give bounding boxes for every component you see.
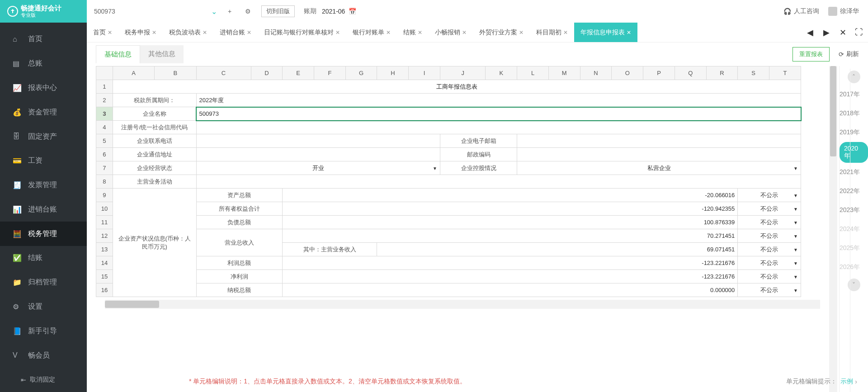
switch-old-version-button[interactable]: 切到旧版 — [261, 5, 295, 17]
unpin-button[interactable]: ⇤取消固定 — [0, 368, 87, 392]
sidebar-item-vip[interactable]: V畅会员 — [0, 343, 87, 368]
col-header-G[interactable]: G — [345, 66, 377, 80]
row-header-1[interactable]: 1 — [96, 80, 113, 94]
sidebar-item-invoice[interactable]: 🧾发票管理 — [0, 173, 87, 198]
sidebar-item-home[interactable]: ⌂首页 — [0, 27, 87, 52]
col-header-L[interactable]: L — [517, 66, 549, 80]
postcode-cell[interactable] — [517, 148, 801, 161]
tab-科目期初[interactable]: 科目期初✕ — [530, 23, 574, 42]
row-header-13[interactable]: 13 — [96, 243, 113, 256]
email-cell[interactable] — [517, 134, 801, 148]
tab-税务申报[interactable]: 税务申报✕ — [118, 23, 163, 42]
row-header-5[interactable]: 5 — [96, 134, 113, 148]
col-header-C[interactable]: C — [196, 66, 251, 80]
row-header-11[interactable]: 11 — [96, 216, 113, 229]
sidebar-item-salary[interactable]: 💳工资 — [0, 149, 87, 173]
fin-value-cell[interactable]: 70.271451 — [283, 229, 738, 243]
tab-close-icon[interactable]: ✕ — [247, 29, 251, 36]
add-button[interactable]: + — [224, 6, 235, 17]
tab-税负波动表[interactable]: 税负波动表✕ — [163, 23, 213, 42]
settings-icon[interactable]: ⚙ — [242, 6, 253, 17]
holding-select[interactable]: 私营企业▼ — [517, 161, 801, 175]
sidebar-item-settings[interactable]: ⚙设置 — [0, 295, 87, 319]
subtab-其他信息[interactable]: 其他信息 — [140, 45, 184, 63]
sidebar-item-funds[interactable]: 💰资金管理 — [0, 100, 87, 124]
publish-select[interactable]: 不公示▼ — [738, 283, 801, 297]
sidebar-item-ledger[interactable]: ▤总账 — [0, 52, 87, 76]
publish-select[interactable]: 不公示▼ — [738, 270, 801, 283]
col-header-F[interactable]: F — [314, 66, 346, 80]
tab-scroll-left-button[interactable]: ◀ — [803, 25, 817, 40]
sidebar-item-archive[interactable]: 📁归档管理 — [0, 270, 87, 295]
row-header-8[interactable]: 8 — [96, 175, 113, 189]
tab-close-icon[interactable]: ✕ — [563, 29, 568, 36]
row-header-2[interactable]: 2 — [96, 94, 113, 107]
company-selector[interactable]: 500973 ⌄ — [94, 7, 221, 16]
sidebar-item-close[interactable]: ✅结账 — [0, 246, 87, 270]
row-header-15[interactable]: 15 — [96, 270, 113, 283]
sidebar-item-assets[interactable]: 🗄固定资产 — [0, 124, 87, 149]
select-all-cell[interactable] — [96, 66, 113, 80]
fin-value-cell[interactable]: 100.876339 — [283, 216, 738, 229]
col-header-H[interactable]: H — [377, 66, 409, 80]
fullscreen-button[interactable]: ⛶ — [852, 25, 866, 40]
row-header-7[interactable]: 7 — [96, 161, 113, 175]
sidebar-item-reports[interactable]: 📈报表中心 — [0, 76, 87, 100]
tab-close-icon[interactable]: ✕ — [519, 29, 524, 36]
tab-年报信息申报表[interactable]: 年报信息申报表✕ — [574, 23, 637, 42]
col-header-N[interactable]: N — [580, 66, 612, 80]
row-header-4[interactable]: 4 — [96, 121, 113, 134]
row-header-12[interactable]: 12 — [96, 229, 113, 243]
sidebar-item-psi[interactable]: 📊进销台账 — [0, 197, 87, 222]
sidebar-item-tax[interactable]: 🧮税务管理 — [0, 222, 87, 246]
row-header-16[interactable]: 16 — [96, 283, 113, 297]
tab-银行对账单[interactable]: 银行对账单✕ — [346, 23, 397, 42]
tab-close-icon[interactable]: ✕ — [152, 29, 156, 36]
horizontal-scrollbar[interactable] — [105, 300, 820, 309]
support-link[interactable]: 🎧 人工咨询 — [783, 7, 819, 15]
row-header-10[interactable]: 10 — [96, 202, 113, 216]
col-header-T[interactable]: T — [769, 66, 801, 80]
phone-cell[interactable] — [196, 134, 440, 148]
col-header-I[interactable]: I — [409, 66, 440, 80]
biz-status-select[interactable]: 开业▼ — [196, 161, 440, 175]
address-cell[interactable] — [196, 148, 440, 161]
col-header-R[interactable]: R — [706, 66, 738, 80]
calendar-icon[interactable]: 📅 — [349, 8, 356, 15]
vertical-scrollbar[interactable] — [829, 66, 837, 392]
fin-value-cell[interactable]: -123.221676 — [283, 270, 738, 283]
fin-value-cell[interactable]: 69.071451 — [377, 243, 738, 256]
row-header-14[interactable]: 14 — [96, 256, 113, 270]
tab-close-icon[interactable]: ✕ — [386, 29, 391, 36]
col-header-O[interactable]: O — [612, 66, 643, 80]
col-header-E[interactable]: E — [283, 66, 314, 80]
tab-close-icon[interactable]: ✕ — [418, 29, 422, 36]
tab-外贸行业方案[interactable]: 外贸行业方案✕ — [473, 23, 530, 42]
publish-select[interactable]: 不公示▼ — [738, 243, 801, 256]
tab-close-icon[interactable]: ✕ — [108, 29, 112, 36]
edit-hint-example-link[interactable]: 示例 — [840, 378, 853, 386]
row-header-6[interactable]: 6 — [96, 148, 113, 161]
tab-close-all-button[interactable]: ✕ — [835, 25, 850, 40]
subtab-基础信息[interactable]: 基础信息 — [96, 45, 140, 63]
col-header-J[interactable]: J — [440, 66, 486, 80]
col-header-M[interactable]: M — [548, 66, 580, 80]
tab-日记账与银行对账单核对[interactable]: 日记账与银行对账单核对✕ — [258, 23, 346, 42]
tab-close-icon[interactable]: ✕ — [462, 29, 467, 36]
tab-close-icon[interactable]: ✕ — [203, 29, 207, 36]
sidebar-item-guide[interactable]: 📘新手引导 — [0, 319, 87, 343]
tab-小畅报销[interactable]: 小畅报销✕ — [429, 23, 473, 42]
publish-select[interactable]: 不公示▼ — [738, 256, 801, 270]
publish-select[interactable]: 不公示▼ — [738, 202, 801, 216]
col-header-A[interactable]: A — [113, 66, 154, 80]
tab-结账[interactable]: 结账✕ — [397, 23, 429, 42]
fin-value-cell[interactable]: -120.942355 — [283, 202, 738, 216]
publish-select[interactable]: 不公示▼ — [738, 189, 801, 202]
company-name-cell[interactable]: 500973 — [196, 107, 801, 121]
publish-select[interactable]: 不公示▼ — [738, 216, 801, 229]
reg-code-cell[interactable] — [196, 121, 801, 134]
tab-close-icon[interactable]: ✕ — [335, 29, 340, 36]
col-header-P[interactable]: P — [643, 66, 675, 80]
tab-scroll-right-button[interactable]: ▶ — [819, 25, 834, 40]
row-header-3[interactable]: 3 — [96, 107, 113, 121]
